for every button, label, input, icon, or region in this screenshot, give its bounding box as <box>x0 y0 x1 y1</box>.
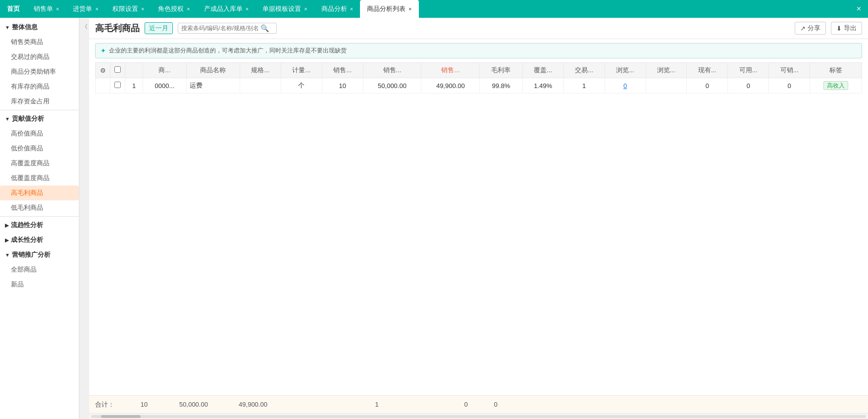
sidebar-item-category-rate[interactable]: 商品分类助销率 <box>0 64 79 79</box>
notice-icon: ✦ <box>101 47 106 54</box>
nav-tab-product-in-label: 产成品入库单 <box>204 4 243 13</box>
sidebar-section-growth-label: 成长性分析 <box>11 235 43 244</box>
top-nav: 首页 销售单 × 进货单 × 权限设置 × 角色授权 × 产成品入库单 × 单据… <box>0 0 868 18</box>
footer-current: 0 <box>451 401 481 408</box>
col-view1[interactable]: 浏览... <box>605 63 646 78</box>
sidebar-section-trend-label: 流趋性分析 <box>11 221 43 230</box>
nav-tab-permission-close[interactable]: × <box>141 6 144 12</box>
nav-tab-purchase-label: 进货单 <box>73 4 92 13</box>
nav-tab-home[interactable]: 首页 <box>0 0 27 18</box>
col-available[interactable]: 可用... <box>728 63 769 78</box>
footer-trade: 1 <box>362 401 392 408</box>
sidebar-section-contribution-label: 贡献值分析 <box>12 114 44 123</box>
nav-tab-product-in-close[interactable]: × <box>246 6 249 12</box>
cell-sales-profit: 49,900.00 <box>421 78 480 93</box>
search-icon[interactable]: 🔍 <box>260 24 269 32</box>
nav-tab-analysis-close[interactable]: × <box>350 6 353 12</box>
sidebar-item-high-coverage[interactable]: 高覆盖度商品 <box>0 156 79 171</box>
footer-spacer2 <box>322 401 362 408</box>
nav-tab-sales-close[interactable]: × <box>56 6 59 12</box>
sidebar-item-low-margin[interactable]: 低毛利商品 <box>0 200 79 215</box>
sidebar-section-contribution[interactable]: ▼ 贡献值分析 <box>0 111 79 126</box>
sidebar-section-overall[interactable]: ▼ 整体信息 <box>0 20 79 35</box>
sidebar-item-traded-goods[interactable]: 交易过的商品 <box>0 49 79 64</box>
nav-close-all[interactable]: × <box>850 4 868 13</box>
panel-header: 高毛利商品 近一月 🔍 ↗ 分享 ⬇ 导出 <box>89 18 868 39</box>
col-unit[interactable]: 计量... <box>281 63 322 78</box>
main-content: ▼ 整体信息 销售类商品 交易过的商品 商品分类助销率 有库存的商品 库存资金占… <box>0 18 868 419</box>
sidebar-item-stock-capital[interactable]: 库存资金占用 <box>0 94 79 109</box>
nav-tab-sales[interactable]: 销售单 × <box>27 0 66 18</box>
col-code[interactable]: 商... <box>143 63 187 78</box>
cell-available: 0 <box>728 78 769 93</box>
nav-tab-permission-label: 权限设置 <box>112 4 138 13</box>
sidebar-item-high-value[interactable]: 高价值商品 <box>0 126 79 141</box>
table-header-row: ⚙ 商... 商品名称 规格... 计量... 销售... 销售... 销售..… <box>96 63 862 78</box>
cell-sales-amount: 50,000.00 <box>363 78 421 93</box>
share-label: 分享 <box>808 24 820 33</box>
arrow-icon-3: ▶ <box>5 223 9 228</box>
col-gross-rate[interactable]: 毛利率 <box>480 63 522 78</box>
sidebar-item-in-stock[interactable]: 有库存的商品 <box>0 79 79 94</box>
nav-tab-role[interactable]: 角色授权 × <box>151 0 197 18</box>
col-checkbox[interactable] <box>110 63 125 78</box>
table-wrapper[interactable]: ⚙ 商... 商品名称 规格... 计量... 销售... 销售... 销售..… <box>89 62 868 395</box>
col-tag[interactable]: 标签 <box>810 63 862 78</box>
sidebar-section-marketing[interactable]: ▼ 营销推广分析 <box>0 247 79 262</box>
panel-title: 高毛利商品 <box>95 22 140 34</box>
sidebar-section-growth[interactable]: ▶ 成长性分析 <box>0 233 79 247</box>
col-current[interactable]: 现有... <box>687 63 728 78</box>
nav-tab-template-close[interactable]: × <box>304 6 307 12</box>
sidebar-collapse-btn[interactable]: 《 <box>79 18 89 419</box>
scrollbar-thumb[interactable] <box>101 415 141 418</box>
col-name[interactable]: 商品名称 <box>186 63 240 78</box>
cell-checkbox[interactable] <box>110 78 125 93</box>
col-settings[interactable]: ⚙ <box>96 63 110 78</box>
nav-tab-permission[interactable]: 权限设置 × <box>105 0 151 18</box>
cell-view1[interactable]: 0 <box>605 78 646 93</box>
share-button[interactable]: ↗ 分享 <box>795 22 826 35</box>
arrow-icon-4: ▶ <box>5 237 9 243</box>
col-view2[interactable]: 浏览... <box>646 63 687 78</box>
col-sales-qty[interactable]: 销售... <box>322 63 363 78</box>
cell-sales-qty: 10 <box>322 78 363 93</box>
sidebar-item-new-goods[interactable]: 新品 <box>0 277 79 292</box>
sidebar-item-high-margin[interactable]: 高毛利商品 <box>0 186 79 200</box>
cell-gross-rate: 99.8% <box>480 78 522 93</box>
cell-settings <box>96 78 110 93</box>
col-sales-profit[interactable]: 销售... <box>421 63 480 78</box>
col-saleable[interactable]: 可销... <box>769 63 810 78</box>
nav-tab-product-in[interactable]: 产成品入库单 × <box>197 0 255 18</box>
footer-available: 0 <box>481 401 511 408</box>
sidebar-item-low-coverage[interactable]: 低覆盖度商品 <box>0 171 79 186</box>
col-trade[interactable]: 交易... <box>563 63 605 78</box>
nav-tab-analysis[interactable]: 商品分析 × <box>314 0 360 18</box>
sidebar-item-sales-goods[interactable]: 销售类商品 <box>0 35 79 49</box>
sidebar-section-trend[interactable]: ▶ 流趋性分析 <box>0 218 79 233</box>
row-checkbox[interactable] <box>114 82 121 88</box>
cell-view2 <box>646 78 687 93</box>
scrollbar-row <box>89 413 868 419</box>
nav-tab-template[interactable]: 单据模板设置 × <box>255 0 314 18</box>
cell-saleable: 0 <box>769 78 810 93</box>
nav-tab-analysis-list-close[interactable]: × <box>408 6 411 12</box>
col-spec[interactable]: 规格... <box>240 63 281 78</box>
nav-tab-template-label: 单据模板设置 <box>262 4 301 13</box>
filter-recent-month[interactable]: 近一月 <box>145 22 173 34</box>
col-sales-amount[interactable]: 销售... <box>363 63 421 78</box>
nav-tab-role-close[interactable]: × <box>187 6 190 12</box>
nav-tab-role-label: 角色授权 <box>158 4 184 13</box>
select-all-checkbox[interactable] <box>114 66 121 73</box>
export-icon: ⬇ <box>836 25 842 32</box>
nav-tab-analysis-list[interactable]: 商品分析列表 × <box>360 0 418 18</box>
sidebar-item-all-goods[interactable]: 全部商品 <box>0 262 79 277</box>
export-button[interactable]: ⬇ 导出 <box>831 22 862 35</box>
nav-tab-purchase-close[interactable]: × <box>95 6 98 12</box>
footer-label: 合计： <box>95 400 114 409</box>
sidebar-item-low-value[interactable]: 低价值商品 <box>0 141 79 156</box>
search-input[interactable] <box>181 25 260 32</box>
arrow-icon-5: ▼ <box>5 252 10 258</box>
col-coverage[interactable]: 覆盖... <box>522 63 563 78</box>
share-icon: ↗ <box>800 25 806 32</box>
nav-tab-purchase[interactable]: 进货单 × <box>66 0 105 18</box>
